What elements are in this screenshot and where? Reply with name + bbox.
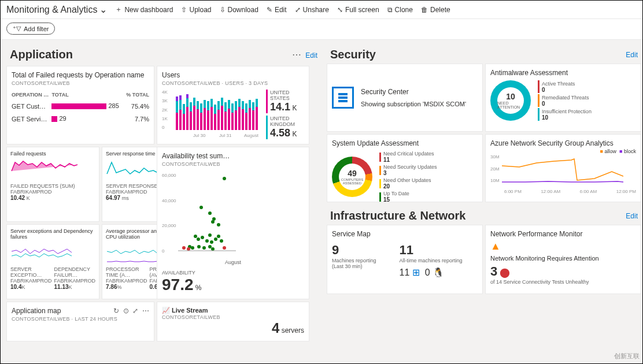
svg-rect-6: [183, 114, 185, 130]
svg-point-71: [197, 245, 201, 248]
svg-rect-13: [193, 106, 195, 130]
svg-point-58: [212, 217, 216, 221]
svg-text:Jul 30: Jul 30: [193, 133, 206, 138]
svg-rect-40: [238, 99, 241, 107]
svg-rect-81: [338, 100, 348, 102]
upload-button[interactable]: ⇧Upload: [181, 6, 211, 14]
svg-point-60: [194, 235, 197, 238]
svg-rect-49: [256, 107, 258, 130]
svg-text:August: August: [244, 133, 259, 138]
infra-edit-link[interactable]: Edit: [626, 212, 638, 220]
svg-rect-0: [176, 113, 178, 130]
svg-rect-42: [242, 101, 244, 109]
svg-rect-45: [249, 108, 251, 130]
svg-rect-18: [200, 103, 202, 113]
fullscreen-button[interactable]: ⤡Full screen: [337, 6, 379, 14]
sparkline-icon: [10, 157, 95, 182]
failed-requests-mini[interactable]: Failed requests FAILED REQUESTS (SUM) FA…: [6, 147, 99, 222]
delete-button[interactable]: 🗑Delete: [421, 6, 450, 14]
svg-point-68: [220, 239, 223, 243]
download-button[interactable]: ⇩Download: [220, 6, 258, 14]
toolbar: Monitoring & Analytics ⌄ ＋New dashboard …: [1, 1, 642, 19]
chevron-down-icon: ⌄: [99, 4, 107, 15]
svg-rect-21: [207, 110, 209, 130]
svg-rect-20: [204, 100, 206, 108]
svg-point-75: [182, 246, 186, 250]
security-center-tile[interactable]: Security Center Showing subscription 'MS…: [327, 64, 483, 132]
svg-point-54: [223, 177, 226, 180]
donut-chart: 49 COMPUTERS ASSESSED: [332, 157, 372, 197]
svg-rect-33: [228, 109, 230, 130]
shield-icon: [332, 87, 354, 109]
fullscreen-label: Full screen: [345, 6, 379, 14]
svg-rect-7: [183, 104, 185, 114]
clone-button[interactable]: ⧉Clone: [387, 6, 413, 14]
upload-label: Upload: [189, 6, 211, 14]
nsg-tile[interactable]: Azure Network Security Group Analytics ■…: [485, 134, 641, 202]
pin-icon[interactable]: ⊙: [123, 307, 129, 315]
more-icon[interactable]: ⋯: [292, 50, 302, 60]
svg-point-66: [214, 237, 217, 241]
exceptions-mini[interactable]: Server exceptions and Dependency failure…: [6, 224, 99, 299]
more-icon[interactable]: ⋯: [142, 307, 149, 315]
sparkline-icon: [10, 240, 95, 265]
infra-heading: Infrastructure & Network: [330, 209, 466, 222]
new-dashboard-button[interactable]: ＋New dashboard: [115, 5, 173, 14]
livestream-tile[interactable]: 📈 Live Stream CONTOSORETAILWEB 4 servers: [157, 302, 309, 341]
clone-icon: ⧉: [387, 6, 393, 14]
security-edit-link[interactable]: Edit: [626, 51, 638, 59]
svg-point-74: [211, 247, 215, 251]
edit-button[interactable]: ✎Edit: [267, 6, 287, 14]
page-title: Monitoring & Analytics: [6, 5, 97, 15]
svg-rect-11: [190, 112, 192, 130]
svg-rect-80: [338, 96, 348, 99]
svg-rect-28: [217, 101, 220, 110]
tile-title: Service Map: [332, 230, 478, 238]
add-filter-label: Add filter: [24, 25, 49, 32]
availability-tile[interactable]: Availability test sum… CONTOSORETAILWEB …: [157, 147, 309, 299]
col-total: TOTAL: [51, 90, 124, 100]
unshare-icon: ⤢: [295, 6, 301, 14]
svg-point-73: [208, 245, 212, 248]
tile-title: System Update Assessment: [332, 139, 478, 147]
appmap-tile[interactable]: ↻ ⊙ ⤢ ⋯ Application map CONTOSORETAILWEB…: [6, 302, 154, 341]
npm-tile[interactable]: Network Performance Monitor ▲ Network Mo…: [485, 225, 641, 294]
donut-chart: 10 NEED ATTENTION: [490, 80, 531, 121]
delete-icon: 🗑: [421, 6, 428, 14]
table-row: GET Cust…28575.4%: [12, 100, 149, 113]
delete-label: Delete: [430, 6, 450, 14]
svg-rect-19: [204, 108, 206, 130]
tile-title: Network Performance Monitor: [490, 230, 636, 238]
svg-point-61: [197, 237, 200, 241]
servicemap-tile[interactable]: Service Map 9 Machines reporting (Last 3…: [327, 225, 483, 294]
refresh-icon[interactable]: ↻: [113, 307, 119, 315]
unshare-button[interactable]: ⤢Unshare: [295, 6, 329, 14]
antimalware-tile[interactable]: Antimalware Assessment 10 NEED ATTENTION…: [485, 64, 641, 132]
svg-rect-4: [179, 100, 182, 110]
security-heading: Security: [330, 48, 376, 61]
updates-tile[interactable]: System Update Assessment 49 COMPUTERS AS…: [327, 134, 483, 202]
col-pct: % TOTAL: [124, 90, 149, 100]
fullscreen-icon: ⤡: [337, 6, 343, 14]
application-edit-link[interactable]: Edit: [305, 51, 317, 60]
right-column: Security Edit Security Center Showing su…: [327, 46, 641, 341]
edit-label: Edit: [275, 6, 287, 14]
expand-icon[interactable]: ⤢: [132, 307, 138, 315]
add-filter-button[interactable]: ⁺▽ Add filter: [6, 23, 55, 35]
tile-title: Total of Failed requests by Operation na…: [12, 71, 149, 79]
svg-rect-48: [252, 102, 254, 110]
svg-rect-15: [197, 109, 199, 130]
users-tile[interactable]: Users CONTOSORETAILWEB · USERS · 3 DAYS …: [157, 66, 309, 144]
failed-requests-tile[interactable]: Total of Failed requests by Operation na…: [6, 66, 154, 144]
tile-subtitle: CONTOSORETAILWEB · USERS · 3 DAYS: [162, 80, 304, 86]
svg-rect-8: [186, 107, 189, 130]
windows-icon: ⊞: [412, 268, 420, 277]
svg-rect-1: [176, 101, 178, 113]
svg-rect-43: [245, 113, 247, 130]
dashboard-title-dropdown[interactable]: Monitoring & Analytics ⌄: [6, 4, 107, 15]
svg-rect-38: [235, 101, 237, 110]
svg-point-65: [210, 240, 213, 244]
linux-icon: 🐧: [433, 268, 444, 277]
svg-rect-16: [197, 101, 199, 109]
clone-label: Clone: [395, 6, 413, 14]
